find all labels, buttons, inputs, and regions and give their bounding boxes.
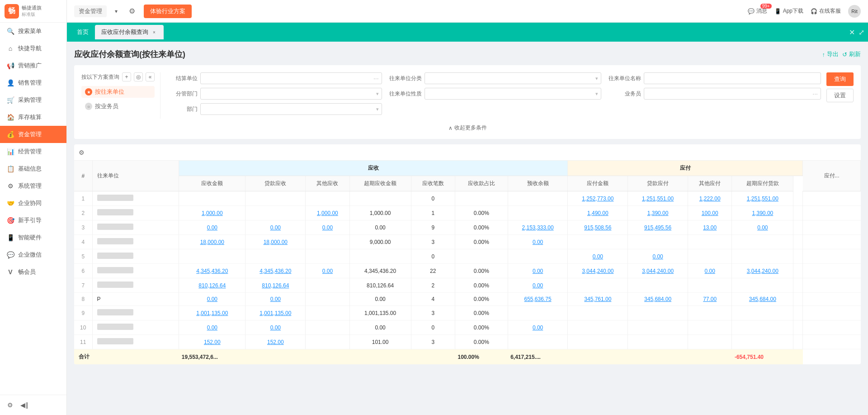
table-cell[interactable]: 1,390.00 (732, 206, 793, 220)
table-cell[interactable]: 0.00 (245, 293, 306, 306)
sidebar-item-marketing[interactable]: 📢 营销推广 (0, 57, 66, 74)
department-input[interactable]: ▾ (200, 103, 382, 115)
tab-close-icon[interactable]: × (151, 29, 157, 35)
table-cell[interactable]: 0.00 (245, 320, 306, 335)
table-cell[interactable]: 915,495.56 (628, 220, 688, 235)
topbar-user-avatar[interactable]: Rit (848, 5, 861, 18)
table-cell[interactable]: 0.00 (245, 220, 306, 235)
table-cell[interactable]: 1,222.00 (688, 191, 731, 206)
table-settings-icon[interactable]: ⚙ (79, 149, 85, 156)
sidebar-item-basic[interactable]: 📋 基础信息 (0, 160, 66, 177)
table-cell[interactable]: 0.00 (628, 249, 688, 264)
partner-name-cell: P (92, 293, 179, 306)
table-cell[interactable]: 4,345,436.20 (179, 264, 245, 278)
table-cell[interactable]: 18,000.00 (245, 235, 306, 249)
table-cell[interactable]: 0.00 (179, 320, 245, 335)
topbar-app-download[interactable]: 📱 App下载 (774, 7, 803, 15)
settlement-unit-input[interactable]: ··· (200, 72, 382, 84)
table-cell[interactable]: 1,000.00 (306, 206, 349, 220)
tab-home[interactable]: 首页 (71, 25, 95, 39)
table-cell: 4 (411, 293, 455, 306)
table-cell[interactable]: 1,001,135.00 (245, 306, 306, 320)
table-cell[interactable]: 77.00 (688, 293, 731, 306)
sidebar-item-sales[interactable]: 👤 销售管理 (0, 74, 66, 91)
table-cell[interactable]: 2,153,333.00 (508, 220, 568, 235)
settings-bottom-icon[interactable]: ⚙ (5, 400, 15, 410)
table-cell[interactable]: 345,761.00 (568, 293, 628, 306)
table-cell[interactable]: 0.00 (688, 264, 731, 278)
table-cell[interactable]: 1,390.00 (628, 206, 688, 220)
table-cell[interactable]: 0.00 (306, 220, 349, 235)
table-cell[interactable]: 152.00 (245, 335, 306, 349)
table-cell[interactable]: 152.00 (179, 335, 245, 349)
filter-add-button[interactable]: + (122, 72, 131, 81)
table-cell[interactable]: 655,636.75 (508, 293, 568, 306)
partner-category-input[interactable]: ▾ (425, 72, 602, 84)
collapse-bottom-icon[interactable]: ◀‖ (19, 400, 30, 410)
table-cell[interactable]: 0.00 (179, 293, 245, 306)
sidebar-item-system[interactable]: ⚙ 系统管理 (0, 177, 66, 195)
table-cell[interactable]: 3,044,240.00 (568, 264, 628, 278)
promo-button[interactable]: 体验行业方案 (144, 5, 192, 18)
table-cell[interactable]: 1,000.00 (179, 206, 245, 220)
topbar-online-service[interactable]: 🎧 在线客服 (811, 7, 841, 15)
table-cell[interactable]: 0.00 (306, 264, 349, 278)
tab-receivable[interactable]: 应收应付余额查询 × (95, 25, 164, 39)
col-overdue-pay: 超期应付货款 (732, 176, 793, 191)
sidebar-item-search[interactable]: 🔍 搜索菜单 (0, 23, 66, 40)
table-cell[interactable]: 13.00 (688, 220, 731, 235)
footer-rec-total[interactable]: 19,553,472,6... (179, 349, 245, 365)
table-cell[interactable]: 1,490.00 (568, 206, 628, 220)
table-cell[interactable]: 0.00 (508, 320, 568, 335)
table-cell[interactable]: 0.00 (732, 220, 793, 235)
topbar-message[interactable]: 💬 消息 99+ (748, 7, 767, 15)
sidebar-item-wechat[interactable]: 💬 企业微信 (0, 246, 66, 263)
topbar-gear-icon[interactable]: ⚙ (126, 5, 138, 18)
table-cell[interactable]: 100.00 (688, 206, 731, 220)
sidebar-item-quick[interactable]: ⌂ 快捷导航 (0, 40, 66, 57)
footer-prepay-total[interactable]: 6,417,215.... (508, 349, 568, 365)
table-cell[interactable]: 3,044,240.00 (628, 264, 688, 278)
table-cell[interactable]: 0.00 (508, 264, 568, 278)
sidebar-item-hardware[interactable]: 📱 智能硬件 (0, 229, 66, 246)
sidebar-item-collab[interactable]: 🤝 企业协同 (0, 195, 66, 212)
table-cell[interactable]: 1,251,551.00 (628, 191, 688, 206)
table-cell[interactable]: 1,251,551.00 (732, 191, 793, 206)
table-cell[interactable]: 18,000.00 (179, 235, 245, 249)
table-cell[interactable]: 0.00 (568, 249, 628, 264)
sidebar-item-purchase[interactable]: 🛒 采购管理 (0, 91, 66, 109)
table-cell[interactable]: 915,508.56 (568, 220, 628, 235)
topbar-dropdown-icon[interactable]: ▾ (112, 7, 120, 15)
partner-nature-input[interactable]: ▾ (425, 88, 602, 100)
sidebar-item-guide[interactable]: 🎯 新手引导 (0, 212, 66, 229)
table-cell[interactable]: 810,126.64 (245, 278, 306, 293)
settings-button[interactable]: 设置 (826, 89, 854, 102)
table-cell[interactable]: 345,684.00 (732, 293, 793, 306)
salesperson-input[interactable]: ··· (644, 88, 821, 100)
tab-close-window-icon[interactable]: ✕ (849, 28, 855, 37)
table-cell[interactable]: 345,684.00 (628, 293, 688, 306)
sidebar-item-member[interactable]: V 畅会员 (0, 263, 66, 281)
table-cell[interactable]: 1,001,135.00 (179, 306, 245, 320)
table-cell[interactable]: 810,126.64 (179, 278, 245, 293)
filter-collapse-button[interactable]: « (146, 72, 155, 81)
tab-maximize-icon[interactable]: ⤢ (859, 28, 864, 37)
dept-incharge-input[interactable]: ▾ (200, 88, 382, 100)
partner-name-input[interactable] (644, 72, 821, 84)
refresh-button[interactable]: ↺ 刷新 (842, 50, 861, 58)
table-cell[interactable]: 0.00 (508, 278, 568, 293)
sidebar-item-operation[interactable]: 📊 经营管理 (0, 143, 66, 160)
scheme-partner-unit[interactable]: ★ 按往来单位 (81, 86, 155, 98)
table-cell[interactable]: 3,044,240.00 (732, 264, 793, 278)
table-cell[interactable]: 4,345,436.20 (245, 264, 306, 278)
scheme-salesperson[interactable]: ○ 按业务员 (81, 100, 155, 112)
collapse-more-button[interactable]: ∧ 收起更多条件 (448, 124, 487, 132)
table-cell[interactable]: 0.00 (179, 220, 245, 235)
sidebar-item-finance[interactable]: 💰 资金管理 (0, 126, 66, 143)
filter-edit-button[interactable]: ◎ (134, 72, 143, 81)
table-cell[interactable]: 0.00 (508, 235, 568, 249)
table-cell[interactable]: 1,252,773.00 (568, 191, 628, 206)
query-button[interactable]: 查询 (826, 72, 854, 86)
export-button[interactable]: ↑ 导出 (822, 50, 839, 58)
sidebar-item-inventory[interactable]: 🏠 库存核算 (0, 109, 66, 126)
